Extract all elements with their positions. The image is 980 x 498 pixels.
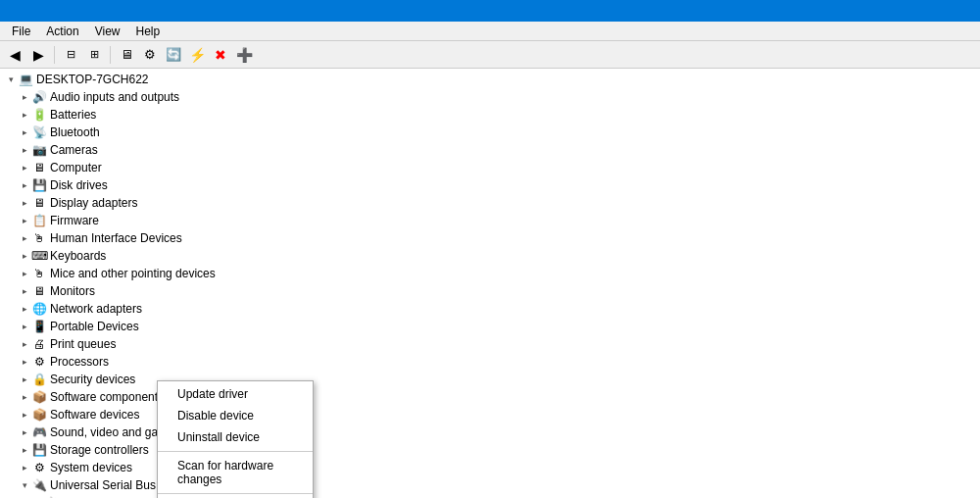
- menu-bar: File Action View Help: [0, 22, 980, 41]
- toolbar-computer[interactable]: 🖥: [116, 44, 137, 66]
- tree-item-disk[interactable]: ▸💾Disk drives: [0, 176, 980, 194]
- item-icon-hid: 🖱: [31, 230, 47, 246]
- tree-item-software-comp[interactable]: ▸📦Software components: [0, 388, 980, 406]
- tree-item-software-dev[interactable]: ▸📦Software devices: [0, 406, 980, 423]
- expand-btn-software-dev[interactable]: ▸: [18, 408, 31, 422]
- tree-item-batteries[interactable]: ▸🔋Batteries: [0, 106, 980, 124]
- item-label-keyboards: Keyboards: [50, 249, 106, 263]
- expand-btn-display[interactable]: ▸: [18, 196, 31, 210]
- expand-btn-audio[interactable]: ▸: [18, 90, 31, 104]
- toolbar-collapse[interactable]: ⊟: [60, 44, 81, 66]
- item-label-bluetooth: Bluetooth: [50, 125, 100, 139]
- toolbar-forward[interactable]: ▶: [27, 44, 49, 66]
- expand-btn-usb-root[interactable]: ▾: [18, 478, 31, 492]
- menu-help[interactable]: Help: [128, 23, 169, 40]
- menu-view[interactable]: View: [87, 23, 128, 40]
- item-label-monitors: Monitors: [50, 284, 95, 298]
- menu-file[interactable]: File: [4, 23, 38, 40]
- expand-btn-storage[interactable]: ▸: [18, 443, 31, 457]
- tree-item-processors[interactable]: ▸⚙Processors: [0, 353, 980, 371]
- expand-btn-computer[interactable]: ▸: [18, 161, 31, 174]
- expand-btn-print[interactable]: ▸: [18, 337, 31, 351]
- item-label-batteries: Batteries: [50, 108, 96, 122]
- item-label-storage: Storage controllers: [50, 443, 149, 457]
- item-icon-software-comp: 📦: [31, 389, 47, 405]
- item-icon-keyboards: ⌨: [31, 248, 47, 264]
- toolbar-settings[interactable]: ⚙: [139, 44, 161, 66]
- expand-btn-firmware[interactable]: ▸: [18, 214, 31, 227]
- toolbar-add[interactable]: ➕: [233, 44, 255, 66]
- tree-item-cameras[interactable]: ▸📷Cameras: [0, 141, 980, 159]
- item-icon-system: ⚙: [31, 460, 47, 475]
- tree-item-keyboards[interactable]: ▸⌨Keyboards: [0, 247, 980, 265]
- item-icon-audio: 🔊: [31, 89, 47, 105]
- item-icon-security: 🔒: [31, 372, 47, 387]
- item-icon-batteries: 🔋: [31, 107, 47, 123]
- item-label-hid: Human Interface Devices: [50, 231, 182, 245]
- context-menu: Update driverDisable deviceUninstall dev…: [157, 380, 314, 498]
- item-label-display: Display adapters: [50, 196, 137, 210]
- tree-item-security[interactable]: ▸🔒Security devices: [0, 371, 980, 388]
- expand-btn-sound[interactable]: ▸: [18, 425, 31, 439]
- ctx-item-scan[interactable]: Scan for hardware changes: [158, 455, 313, 490]
- tree-item-storage[interactable]: ▸💾Storage controllers: [0, 441, 980, 459]
- expand-btn-bluetooth[interactable]: ▸: [18, 125, 31, 139]
- expand-btn-batteries[interactable]: ▸: [18, 108, 31, 122]
- tree-item-display[interactable]: ▸🖥Display adapters: [0, 194, 980, 212]
- expand-btn-disk[interactable]: ▸: [18, 178, 31, 192]
- tree-item-root[interactable]: ▾💻DESKTOP-7GCH622: [0, 71, 980, 88]
- tree-item-system[interactable]: ▸⚙System devices: [0, 459, 980, 476]
- item-label-print: Print queues: [50, 337, 116, 351]
- item-label-system: System devices: [50, 461, 132, 474]
- toolbar-refresh[interactable]: 🔄: [163, 44, 184, 66]
- expand-btn-portable[interactable]: ▸: [18, 320, 31, 333]
- item-label-audio: Audio inputs and outputs: [50, 90, 179, 104]
- item-label-disk: Disk drives: [50, 178, 108, 192]
- expand-btn-network[interactable]: ▸: [18, 302, 31, 316]
- menu-action[interactable]: Action: [38, 23, 86, 40]
- item-label-network: Network adapters: [50, 302, 142, 316]
- tree-item-bluetooth[interactable]: ▸📡Bluetooth: [0, 124, 980, 141]
- expand-btn-monitors[interactable]: ▸: [18, 284, 31, 298]
- tree-item-usb-intel[interactable]: 🔌Intel(R) USB 3.10 eXtensible Host Contr…: [0, 494, 980, 498]
- expand-btn-system[interactable]: ▸: [18, 461, 31, 474]
- expand-btn-keyboards[interactable]: ▸: [18, 249, 31, 263]
- tree-item-monitors[interactable]: ▸🖥Monitors: [0, 282, 980, 300]
- toolbar-remove[interactable]: ✖: [210, 44, 231, 66]
- tree-item-computer[interactable]: ▸🖥Computer: [0, 159, 980, 176]
- item-label-processors: Processors: [50, 355, 109, 369]
- item-label-cameras: Cameras: [50, 143, 98, 157]
- expand-btn-processors[interactable]: ▸: [18, 355, 31, 369]
- item-icon-network: 🌐: [31, 301, 47, 317]
- toolbar-expand[interactable]: ⊞: [83, 44, 105, 66]
- item-icon-processors: ⚙: [31, 354, 47, 370]
- item-label-software-comp: Software components: [50, 390, 164, 404]
- tree-item-print[interactable]: ▸🖨Print queues: [0, 335, 980, 353]
- ctx-item-disable[interactable]: Disable device: [158, 405, 313, 426]
- expand-btn-cameras[interactable]: ▸: [18, 143, 31, 157]
- tree-item-usb-root[interactable]: ▾🔌Universal Serial Bus controllers: [0, 476, 980, 494]
- expand-btn-mice[interactable]: ▸: [18, 267, 31, 280]
- item-icon-cameras: 📷: [31, 142, 47, 158]
- tree-item-firmware[interactable]: ▸📋Firmware: [0, 212, 980, 229]
- item-icon-print: 🖨: [31, 336, 47, 352]
- tree-item-hid[interactable]: ▸🖱Human Interface Devices: [0, 229, 980, 247]
- expand-btn-root[interactable]: ▾: [4, 73, 18, 86]
- tree-item-mice[interactable]: ▸🖱Mice and other pointing devices: [0, 265, 980, 282]
- item-label-computer: Computer: [50, 161, 102, 174]
- item-icon-display: 🖥: [31, 195, 47, 211]
- tree-item-portable[interactable]: ▸📱Portable Devices: [0, 318, 980, 335]
- item-label-mice: Mice and other pointing devices: [50, 267, 216, 280]
- toolbar-action[interactable]: ⚡: [186, 44, 208, 66]
- tree-item-sound[interactable]: ▸🎮Sound, video and game controllers: [0, 423, 980, 441]
- ctx-item-update[interactable]: Update driver: [158, 383, 313, 405]
- expand-btn-software-comp[interactable]: ▸: [18, 390, 31, 404]
- toolbar-back[interactable]: ◀: [4, 44, 25, 66]
- tree-item-network[interactable]: ▸🌐Network adapters: [0, 300, 980, 318]
- expand-btn-security[interactable]: ▸: [18, 373, 31, 386]
- tree-item-audio[interactable]: ▸🔊Audio inputs and outputs: [0, 88, 980, 106]
- expand-btn-hid[interactable]: ▸: [18, 231, 31, 245]
- main-content: ▾💻DESKTOP-7GCH622▸🔊Audio inputs and outp…: [0, 69, 980, 498]
- item-label-security: Security devices: [50, 373, 135, 386]
- ctx-item-uninstall[interactable]: Uninstall device: [158, 426, 313, 448]
